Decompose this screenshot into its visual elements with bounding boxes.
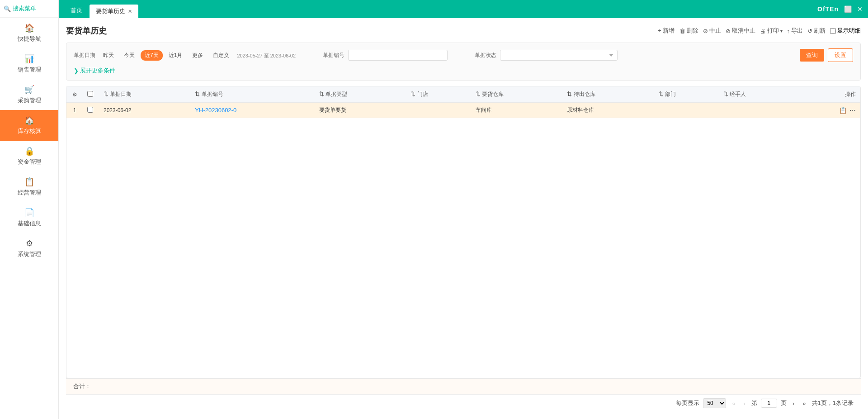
pagination: 每页显示 102050100 « ‹ 第 页 › » 共1页，1条记录: [66, 394, 861, 412]
row-checkbox[interactable]: [87, 107, 93, 113]
select-all-checkbox[interactable]: [87, 91, 93, 97]
sidebar-label-finance: 资金管理: [18, 158, 41, 166]
prev-page-button[interactable]: ‹: [741, 399, 748, 408]
refresh-icon: ↺: [807, 28, 812, 34]
topbar-close[interactable]: ✕: [857, 5, 863, 13]
sidebar-label-inventory: 库存核算: [18, 127, 41, 135]
doc-no-link[interactable]: YH-20230602-0: [195, 107, 236, 114]
date-buttons: 昨天今天近7天近1月更多自定义: [99, 50, 233, 61]
footer-summary: 合计：: [66, 378, 861, 394]
status-select[interactable]: [500, 50, 618, 61]
next-page-button[interactable]: ›: [790, 399, 797, 408]
settings-button[interactable]: 设置: [828, 48, 853, 62]
query-button[interactable]: 查询: [800, 49, 824, 62]
show-detail-checkbox[interactable]: [830, 28, 836, 34]
date-filter-label: 单据日期: [74, 52, 95, 59]
status-filter-group: 单据状态: [475, 50, 618, 61]
date-btn-近1月[interactable]: 近1月: [165, 50, 187, 61]
sidebar-item-finance[interactable]: 🔒资金管理: [0, 141, 58, 171]
th-req-warehouse: ⇅ 要货仓库: [471, 86, 562, 103]
row-num: 1: [66, 103, 83, 118]
sidebar-icon-basic: 📄: [24, 208, 34, 218]
print-dropdown-icon: ▾: [780, 29, 783, 33]
sidebar-item-basic[interactable]: 📄基础信息: [0, 202, 58, 233]
sort-icon: ⇅: [659, 90, 664, 97]
topbar-brand: OfTEn: [817, 5, 839, 13]
row-req-warehouse: 车间库: [471, 103, 562, 118]
table-wrapper: ⚙ ⇅ 单据日期 ⇅ 单据编号 ⇅ 单据类型 ⇅ 门店 ⇅ 要货仓库 ⇅ 待出仓…: [66, 86, 861, 378]
row-edit-icon[interactable]: 📋: [839, 107, 847, 114]
topbar-restore[interactable]: ⬜: [844, 5, 852, 13]
cancel-stop-button[interactable]: ⊘ 取消中止: [726, 27, 755, 35]
checkbox-column-header: [83, 86, 99, 103]
sidebar-icon-purchase: 🛒: [24, 85, 34, 95]
settings-column-header[interactable]: ⚙: [66, 86, 83, 103]
sidebar-icon-sales: 📊: [24, 54, 34, 64]
cancel-stop-icon: ⊘: [726, 28, 731, 34]
expand-button[interactable]: ❯ 展开更多条件: [74, 67, 115, 75]
page-content: 要货单历史 + 新增 🗑 删除 ⊘ 中止 ⊘ 取消中止 🖨 打印: [59, 18, 868, 419]
date-btn-更多[interactable]: 更多: [188, 50, 207, 61]
th-doc-type: ⇅ 单据类型: [315, 86, 406, 103]
doc-no-label: 单据编号: [323, 52, 344, 59]
row-actions: 📋 ⋯: [797, 103, 860, 118]
sidebar-item-inventory[interactable]: 🏠库存核算: [0, 110, 58, 141]
export-button[interactable]: ↑ 导出: [787, 27, 803, 35]
tab-close-purchase-history[interactable]: ✕: [128, 9, 132, 14]
filter-area: 单据日期 昨天今天近7天近1月更多自定义 2023-05-27 至 2023-0…: [66, 43, 861, 81]
page-input[interactable]: [761, 399, 777, 408]
date-btn-昨天[interactable]: 昨天: [99, 50, 118, 61]
refresh-button[interactable]: ↺ 刷新: [807, 27, 826, 35]
row-handler: [719, 103, 797, 118]
sidebar: 🔍 搜索菜单 🏠快捷导航📊销售管理🛒采购管理🏠库存核算🔒资金管理📋经营管理📄基础…: [0, 0, 59, 419]
sidebar-icon-quicknav: 🏠: [24, 23, 34, 33]
sidebar-search[interactable]: 🔍 搜索菜单: [0, 0, 58, 18]
stop-button[interactable]: ⊘ 中止: [703, 27, 721, 35]
date-filter-group: 单据日期 昨天今天近7天近1月更多自定义 2023-05-27 至 2023-0…: [74, 50, 296, 61]
sidebar-icon-operation: 📋: [24, 177, 34, 187]
row-dept: [654, 103, 719, 118]
sidebar-item-operation[interactable]: 📋经营管理: [0, 171, 58, 202]
sidebar-label-operation: 经营管理: [18, 189, 41, 197]
per-page-select[interactable]: 102050100: [703, 398, 726, 408]
toolbar: + 新增 🗑 删除 ⊘ 中止 ⊘ 取消中止 🖨 打印 ▾: [658, 27, 861, 35]
sidebar-label-basic: 基础信息: [18, 219, 41, 228]
sidebar-item-sales[interactable]: 📊销售管理: [0, 48, 58, 79]
total-info: 共1页，1条记录: [812, 399, 854, 407]
page-title: 要货单历史: [66, 25, 107, 36]
data-table: ⚙ ⇅ 单据日期 ⇅ 单据编号 ⇅ 单据类型 ⇅ 门店 ⇅ 要货仓库 ⇅ 待出仓…: [66, 86, 860, 118]
doc-no-input[interactable]: [348, 50, 448, 61]
delete-button[interactable]: 🗑 删除: [679, 27, 698, 35]
date-btn-近7天[interactable]: 近7天: [141, 50, 163, 61]
sidebar-item-purchase[interactable]: 🛒采购管理: [0, 79, 58, 110]
row-date: 2023-06-02: [99, 103, 190, 118]
delete-icon: 🗑: [679, 28, 685, 34]
topbar: 首页要货单历史✕ OfTEn ⬜ ✕: [59, 0, 868, 18]
sort-icon: ⇅: [723, 90, 728, 97]
print-button[interactable]: 🖨 打印 ▾: [760, 27, 783, 35]
sidebar-search-label: 搜索菜单: [13, 5, 36, 13]
filter-row-2: ❯ 展开更多条件: [74, 67, 853, 75]
th-dept: ⇅ 部门: [654, 86, 719, 103]
date-btn-今天[interactable]: 今天: [120, 50, 139, 61]
row-checkbox-cell: [83, 103, 99, 118]
sidebar-item-quicknav[interactable]: 🏠快捷导航: [0, 18, 58, 48]
sort-icon: ⇅: [104, 90, 108, 97]
date-btn-自定义[interactable]: 自定义: [209, 50, 233, 61]
per-page-label: 每页显示: [676, 399, 699, 407]
tab-home[interactable]: 首页: [64, 4, 89, 17]
first-page-button[interactable]: «: [730, 399, 737, 408]
topbar-right: OfTEn ⬜ ✕: [817, 5, 863, 13]
filter-row-1: 单据日期 昨天今天近7天近1月更多自定义 2023-05-27 至 2023-0…: [74, 48, 853, 62]
sidebar-item-system[interactable]: ⚙系统管理: [0, 233, 58, 264]
sort-icon: ⇅: [195, 90, 200, 97]
sort-icon: ⇅: [410, 90, 415, 97]
add-button[interactable]: + 新增: [658, 27, 675, 35]
main-area: 首页要货单历史✕ OfTEn ⬜ ✕ 要货单历史 + 新增 🗑 删除 ⊘ 中止: [59, 0, 868, 419]
last-page-button[interactable]: »: [800, 399, 808, 408]
tab-label-purchase-history: 要货单历史: [96, 7, 125, 15]
show-detail-checkbox-label[interactable]: 显示明细: [830, 27, 861, 35]
row-more-icon[interactable]: ⋯: [849, 107, 856, 114]
tab-purchase-history[interactable]: 要货单历史✕: [90, 5, 138, 18]
sort-icon: ⇅: [476, 90, 481, 97]
